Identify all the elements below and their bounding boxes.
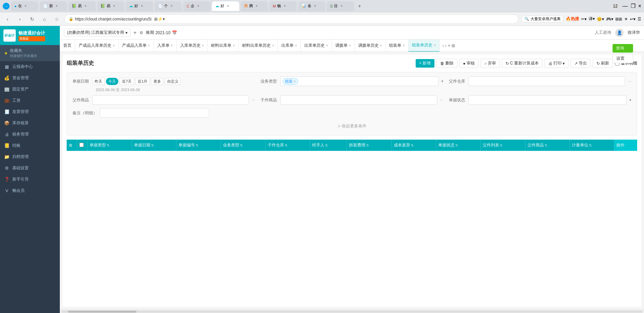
tab-transfer[interactable]: 调拨单 × [332,40,355,52]
add-button[interactable]: + 新增 [416,59,434,68]
sidebar-item-settings[interactable]: ⚙ 基础设置 [0,162,60,174]
parent-goods-more-icon[interactable]: ··· [252,98,255,102]
browser-tab-7[interactable]: C 企 × [183,1,211,11]
collapse-button[interactable]: ∧ 收起更多条件 [72,121,631,131]
forward-button[interactable]: › [15,14,25,24]
th-gear[interactable]: ⚙ [67,140,77,151]
th-handler[interactable]: 经手人 ⇅ [310,140,347,151]
remarks-input[interactable] [100,108,209,118]
parent-goods-input[interactable] [92,95,249,105]
service-link[interactable]: 人工咨询 [595,30,611,35]
translate-icon[interactable]: 译▾ [589,16,595,22]
order-status-input[interactable] [469,95,627,105]
sidebar-item-settlement[interactable]: 📒 结账 [0,140,60,151]
tab-close-icon[interactable]: × [113,44,115,47]
address-bar[interactable]: 🔒 https://cloud.chanjet.com/accounting/u… [64,14,519,24]
custom-button[interactable]: 自定义 [165,78,181,85]
tag-close-icon[interactable]: × [294,80,296,83]
tab-close-icon[interactable]: × [295,44,297,47]
sidebar-item-vip[interactable]: V 畅会员 [0,185,60,196]
undo-icon[interactable]: ↩▾ [630,17,635,22]
dropdown-arrow-icon[interactable]: ▾ [163,17,165,22]
browser-tab-8[interactable]: ☁ 好 × [212,1,239,11]
sidebar-item-payroll[interactable]: 💼 工资 [0,95,60,106]
today-button[interactable]: 今天 [106,78,118,85]
tab-close-icon[interactable]: × [202,44,204,47]
home-button[interactable]: ⌂ [40,14,49,24]
tab-close-icon[interactable]: × [148,44,150,47]
menu-icon[interactable]: ☰ [638,17,641,22]
tab-finished-goods-inbound-history[interactable]: 产成品入库单历史 × [75,40,119,52]
tab-assembly-history[interactable]: 组装单历史 × [408,40,440,52]
sidebar-item-cloud-report[interactable]: ▦ 云报表中心 [0,61,60,72]
tab-outbound-history[interactable]: 出库单历史 × [301,40,332,52]
tab-close-icon[interactable]: × [326,44,328,47]
tab-close-icon[interactable]: × [403,44,405,47]
browser-tab-6[interactable]: 📄 个 × [155,1,182,11]
th-check[interactable] [77,140,87,151]
tab-more-icon[interactable]: ⊞ [452,43,455,48]
browser-tab-10[interactable]: M 畅 × [269,1,297,11]
recalculate-button[interactable]: ↻ C 重新计算成本 [502,59,542,68]
th-parent-goods[interactable]: 父件商品 ⇅ [525,140,569,151]
th-cost-diff[interactable]: 成本差异 ⇅ [391,140,436,151]
refresh-button[interactable]: ↻ 刷新 [593,59,613,68]
search-box[interactable]: 🔍 大量安卓用户逃离 [521,15,564,23]
last7days-button[interactable]: 近7天 [120,78,134,85]
sidebar-item-archive[interactable]: 📁 归档管理 [0,151,60,162]
minimize-button[interactable]: — [622,3,628,9]
calendar-icon[interactable]: 📅 [172,30,177,35]
sidebar-favorites[interactable]: ★ 收藏夹 快捷键打开收藏夹 [0,45,60,61]
theme-icon[interactable]: ☀ [624,17,628,22]
tab-close-icon[interactable]: × [171,44,173,47]
th-child-warehouse[interactable]: 子件仓库 ⇅ [265,140,310,151]
order-status-dropdown-icon[interactable]: ▾ [629,98,631,102]
browser-tab-5[interactable]: ☁ 好 × [126,1,153,11]
browser-tab-4[interactable]: 📗 易 × [97,1,124,11]
tab-home[interactable]: 首页 [60,40,75,52]
new-tab-button[interactable]: + [355,2,364,10]
tab-outbound[interactable]: 出库单 × [278,40,301,52]
tab-close-icon[interactable]: × [434,43,436,47]
scrollbar-thumb[interactable] [68,311,136,313]
company-selector[interactable]: (勿删勿禁用) 江西服宝测试专用 ▾ [64,29,131,37]
settings-company-icon[interactable]: ⚙ [139,30,143,35]
th-business-type[interactable]: 业务类型 ⇅ [221,140,265,151]
bookmark-button[interactable]: ☆ [52,14,62,24]
tab-close-icon[interactable]: × [349,44,351,47]
horizontal-scrollbar[interactable] [60,310,644,313]
sidebar-item-guide[interactable]: ❓ 新手引导 [0,174,60,185]
abandon-button[interactable]: ○ 弃审 [481,59,500,68]
sidebar-item-inventory[interactable]: 📦 库存核算 [0,117,60,129]
parent-warehouse-input[interactable] [469,76,625,86]
tab-close-all-icon[interactable]: × [448,43,450,48]
lightning-icon[interactable]: ⚡ [158,17,163,22]
grid-icon[interactable]: ⊞⊞ [615,17,622,22]
browser-tab-12[interactable]: S 目 × [327,1,354,11]
settings-query-button[interactable]: 设置 [613,55,633,63]
tab-inbound-history[interactable]: 入库单历史 × [177,40,208,52]
th-document-number[interactable]: 单据编号 ⇅ [176,140,221,151]
restore-button[interactable]: ❐ [631,3,635,9]
dropdown-icon[interactable]: ▾ [441,79,443,84]
delete-button[interactable]: 🗑 删除 [437,59,457,68]
tab-assembly[interactable]: 组装单 × [386,40,408,52]
add-company-button[interactable]: + [133,30,136,36]
tab-scroll-right-icon[interactable]: › [445,43,446,48]
yesterday-button[interactable]: 昨天 [92,78,105,85]
audit-button[interactable]: ● 审核 [459,59,479,68]
qr-code-icon[interactable]: ⊞ [154,17,158,22]
sidebar-item-tax[interactable]: 🖨 税务管理 [0,129,60,140]
close-button[interactable]: × [638,3,641,9]
more-options-icon[interactable]: ··· [628,79,631,84]
tab-close-icon[interactable]: × [272,44,274,47]
tab-inbound[interactable]: 入库单 × [154,40,177,52]
select-all-checkbox[interactable] [79,143,84,147]
th-disassemble-fee[interactable]: 拆装费用 ⇅ [347,140,391,151]
sidebar-item-fixed-assets[interactable]: 🏢 固定资产 [0,84,60,95]
game-icon[interactable]: 🎮▾ [606,17,613,22]
browser-tab-1[interactable]: ● 在 × [11,1,38,11]
scissors-icon[interactable]: ✂▾ [581,17,587,22]
emoji-icon[interactable]: 😊▾ [597,17,604,22]
username[interactable]: 徐泽华 [628,30,640,35]
